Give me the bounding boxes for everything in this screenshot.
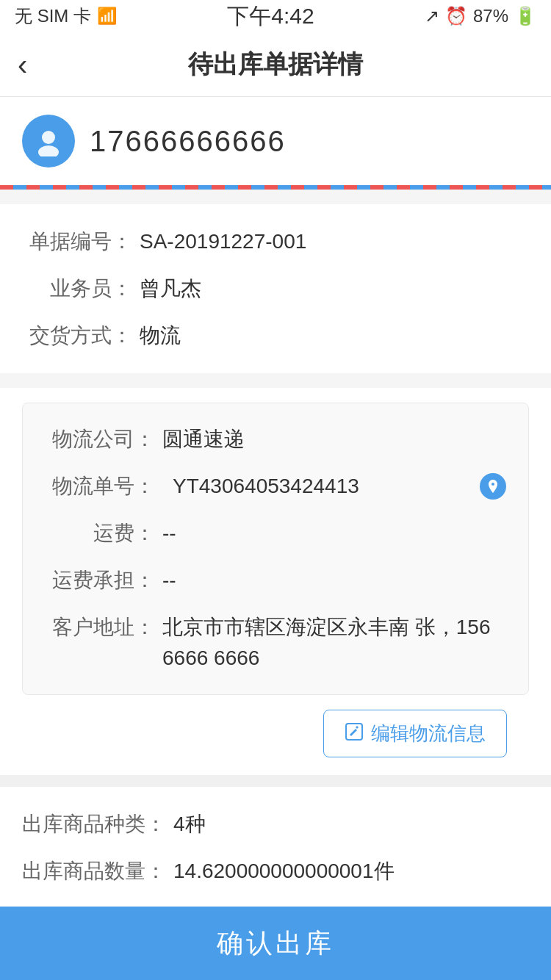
order-no-row: 单据编号： SA-20191227-001 — [22, 226, 529, 257]
goods-type-row: 出库商品种类： 4种 — [22, 809, 529, 840]
edit-btn-row: 编辑物流信息 — [22, 710, 529, 775]
map-pin-icon[interactable] — [480, 473, 506, 500]
battery-label: 87% — [473, 6, 508, 26]
freight-value: -- — [162, 518, 506, 549]
salesman-value: 曾凡杰 — [140, 273, 529, 304]
sim-label: 无 SIM 卡 — [15, 4, 91, 28]
logistics-tracking-label: 物流单号： — [45, 471, 162, 502]
back-button[interactable]: ‹ — [18, 50, 27, 79]
status-right: ↗ ⏰ 87% 🔋 — [425, 6, 536, 26]
freight-row: 运费： -- — [45, 518, 506, 549]
salesman-row: 业务员： 曾凡杰 — [22, 273, 529, 304]
status-left: 无 SIM 卡 📶 — [15, 4, 117, 28]
delivery-label: 交货方式： — [22, 320, 140, 351]
goods-quantity-label: 出库商品数量： — [22, 856, 173, 887]
delivery-value: 物流 — [140, 320, 529, 351]
freight-label: 运费： — [45, 518, 162, 549]
customer-header: 17666666666 — [0, 97, 551, 185]
goods-section: 出库商品种类： 4种 出库商品数量： 14.620000000000001件 — [0, 787, 551, 909]
wifi-icon: 📶 — [97, 7, 117, 26]
avatar — [22, 115, 75, 167]
logistics-company-label: 物流公司： — [45, 424, 162, 455]
address-value: 北京市市辖区海淀区永丰南 张，156 6666 6666 — [162, 612, 506, 674]
address-row: 客户地址： 北京市市辖区海淀区永丰南 张，156 6666 6666 — [45, 612, 506, 674]
goods-quantity-value: 14.620000000000001件 — [173, 856, 529, 887]
logistics-company-row: 物流公司： 圆通速递 — [45, 424, 506, 455]
freight-bearer-value: -- — [162, 565, 506, 596]
status-time: 下午4:42 — [227, 1, 314, 32]
order-no-label: 单据编号： — [22, 226, 140, 257]
alarm-icon: ⏰ — [445, 6, 467, 26]
salesman-label: 业务员： — [22, 273, 140, 304]
edit-logistics-button[interactable]: 编辑物流信息 — [323, 710, 507, 757]
delivery-row: 交货方式： 物流 — [22, 320, 529, 351]
svg-point-0 — [42, 131, 55, 144]
customer-phone: 17666666666 — [90, 125, 286, 158]
goods-type-value: 4种 — [173, 809, 529, 840]
logistics-section: 物流公司： 圆通速递 物流单号： YT43064053424413 运费： --… — [0, 388, 551, 775]
location-status-icon: ↗ — [425, 6, 439, 26]
status-bar: 无 SIM 卡 📶 下午4:42 ↗ ⏰ 87% 🔋 — [0, 0, 551, 32]
logistics-card: 物流公司： 圆通速递 物流单号： YT43064053424413 运费： --… — [22, 403, 529, 695]
freight-bearer-row: 运费承担： -- — [45, 565, 506, 596]
page-title: 待出库单据详情 — [188, 48, 363, 82]
goods-type-label: 出库商品种类： — [22, 809, 173, 840]
svg-point-1 — [38, 145, 59, 156]
order-no-value: SA-20191227-001 — [140, 226, 529, 257]
edit-icon — [345, 722, 364, 746]
dashed-separator — [0, 185, 551, 190]
freight-bearer-label: 运费承担： — [45, 565, 162, 596]
order-info-section: 单据编号： SA-20191227-001 业务员： 曾凡杰 交货方式： 物流 — [0, 204, 551, 373]
logistics-tracking-row: 物流单号： YT43064053424413 — [45, 471, 506, 502]
logistics-tracking-value: YT43064053424413 — [173, 471, 469, 502]
confirm-label: 确认出库 — [217, 926, 334, 962]
confirm-button[interactable]: 确认出库 — [0, 907, 551, 980]
address-label: 客户地址： — [45, 612, 162, 643]
section-divider — [0, 775, 551, 787]
battery-icon: 🔋 — [514, 6, 536, 26]
goods-quantity-row: 出库商品数量： 14.620000000000001件 — [22, 856, 529, 887]
nav-bar: ‹ 待出库单据详情 — [0, 32, 551, 97]
logistics-company-value: 圆通速递 — [162, 424, 506, 455]
edit-logistics-label: 编辑物流信息 — [371, 721, 486, 746]
